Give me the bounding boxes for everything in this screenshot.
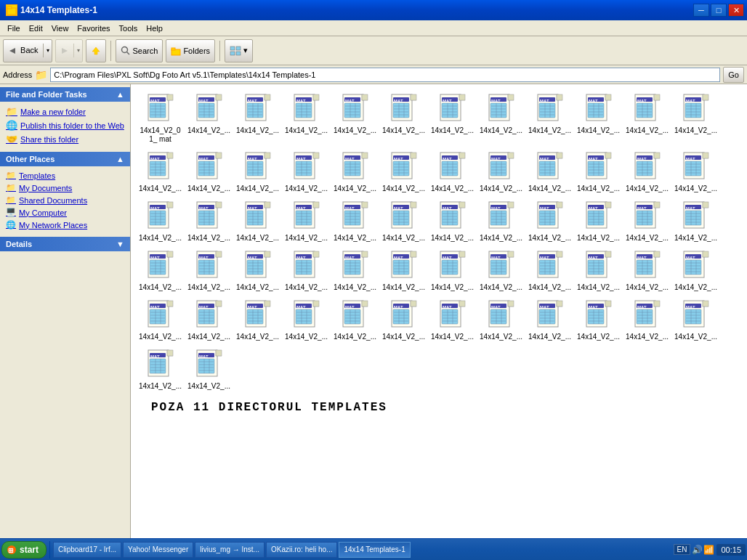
file-item[interactable]: MAT 14x14_V2_... bbox=[672, 247, 719, 295]
back-label[interactable]: Back bbox=[4, 44, 44, 57]
views-button[interactable]: ▾ bbox=[225, 39, 253, 62]
file-item[interactable]: MAT 14x14_V2_... bbox=[283, 247, 330, 295]
file-item[interactable]: MAT 14x14_V2_... bbox=[380, 198, 427, 245]
file-item[interactable]: MAT 14x14_V2_... bbox=[477, 247, 525, 295]
my-documents-link[interactable]: 📁 My Documents bbox=[6, 182, 124, 194]
file-item[interactable]: MAT 14x14_V2_... bbox=[137, 148, 184, 196]
file-item[interactable]: MAT 14x14_V2_... bbox=[672, 90, 719, 147]
publish-link[interactable]: 🌐 Publish this folder to the Web bbox=[6, 118, 124, 132]
file-item[interactable]: MAT 14x14_V2_... bbox=[623, 90, 671, 147]
file-item[interactable]: MAT 14x14_V2_... bbox=[623, 247, 671, 295]
search-button[interactable]: Search bbox=[116, 39, 163, 62]
menu-help[interactable]: Help bbox=[142, 23, 167, 34]
file-item[interactable]: MAT 14x14_V2_... bbox=[672, 148, 719, 196]
up-button[interactable] bbox=[86, 39, 106, 62]
file-item[interactable]: MAT 14x14_V2_... bbox=[526, 90, 573, 147]
other-places-header[interactable]: Other Places ▲ bbox=[0, 152, 130, 166]
file-item[interactable]: MAT 14x14_V2_... bbox=[137, 247, 184, 295]
file-item[interactable]: MAT 14x14_V2_... bbox=[185, 346, 233, 394]
file-item[interactable]: MAT 14x14_V2_... bbox=[477, 296, 525, 344]
file-item[interactable]: MAT 14x14_V2_... bbox=[137, 346, 184, 394]
menu-edit[interactable]: Edit bbox=[25, 23, 47, 34]
forward-label[interactable] bbox=[56, 44, 74, 57]
back-arrow[interactable]: ▾ bbox=[44, 45, 52, 56]
file-item[interactable]: MAT 14x14_V2_... bbox=[477, 148, 525, 196]
taskbar-btn-0[interactable]: Clipboard17 - Irf... bbox=[53, 542, 121, 558]
folders-button[interactable]: Folders bbox=[166, 39, 215, 62]
file-item[interactable]: MAT 14x14_V2_... bbox=[526, 148, 573, 196]
file-item[interactable]: MAT 14x14_V2_... bbox=[672, 198, 719, 245]
go-button[interactable]: Go bbox=[723, 67, 744, 83]
file-item[interactable]: MAT 14x14_V2_... bbox=[575, 90, 622, 147]
file-item[interactable]: MAT 14x14_V2_... bbox=[575, 296, 622, 344]
shared-documents-link[interactable]: 📁 Shared Documents bbox=[6, 194, 124, 206]
taskbar-btn-4[interactable]: 14x14 Templates-1 bbox=[339, 542, 410, 558]
file-item[interactable]: MAT 14x14_V2_... bbox=[623, 198, 671, 245]
start-button[interactable]: ⊞ start bbox=[1, 541, 47, 559]
file-item[interactable]: MAT 14x14_V2_... bbox=[429, 148, 476, 196]
file-item[interactable]: MAT 14x14_V2_... bbox=[234, 247, 281, 295]
file-item[interactable]: MAT 14x14_V2_... bbox=[526, 198, 573, 245]
menu-tools[interactable]: Tools bbox=[115, 23, 142, 34]
file-item[interactable]: MAT 14x14_V2_... bbox=[380, 247, 427, 295]
taskbar-btn-2[interactable]: livius_mg → Inst... bbox=[195, 542, 265, 558]
file-item[interactable]: MAT 14x14_V2_... bbox=[429, 90, 476, 147]
my-computer-link[interactable]: 🖥️ My Computer bbox=[6, 206, 124, 219]
details-header[interactable]: Details ▼ bbox=[0, 237, 130, 251]
file-item[interactable]: MAT 14x14_V2_... bbox=[526, 296, 573, 344]
close-button[interactable]: ✕ bbox=[728, 4, 744, 17]
file-item[interactable]: MAT 14x14_V2_... bbox=[575, 198, 622, 245]
file-item[interactable]: MAT 14x14_V2_... bbox=[380, 90, 427, 147]
file-item[interactable]: MAT 14x14_V2_... bbox=[477, 90, 525, 147]
file-item[interactable]: MAT 14x14_V2_... bbox=[234, 296, 281, 344]
minimize-button[interactable]: ─ bbox=[693, 4, 709, 17]
forward-arrow[interactable]: ▾ bbox=[75, 45, 82, 56]
file-item[interactable]: MAT 14x14_V2_... bbox=[234, 90, 281, 147]
file-item[interactable]: MAT 14x14_V2_01_ mat bbox=[137, 90, 184, 147]
file-item[interactable]: MAT 14x14_V2_... bbox=[331, 247, 379, 295]
file-item[interactable]: MAT 14x14_V2_... bbox=[185, 247, 233, 295]
file-item[interactable]: MAT 14x14_V2_... bbox=[185, 148, 233, 196]
file-item[interactable]: MAT 14x14_V2_... bbox=[137, 198, 184, 245]
file-item[interactable]: MAT 14x14_V2_... bbox=[234, 198, 281, 245]
taskbar-btn-1[interactable]: Yahoo! Messenger bbox=[123, 542, 193, 558]
file-item[interactable]: MAT 14x14_V2_... bbox=[429, 247, 476, 295]
file-item[interactable]: MAT 14x14_V2_... bbox=[283, 148, 330, 196]
file-item[interactable]: MAT 14x14_V2_... bbox=[283, 296, 330, 344]
file-item[interactable]: MAT 14x14_V2_... bbox=[526, 247, 573, 295]
file-item[interactable]: MAT 14x14_V2_... bbox=[575, 247, 622, 295]
address-input[interactable] bbox=[50, 68, 720, 82]
share-link[interactable]: 🤝 Share this folder bbox=[6, 132, 124, 146]
file-item[interactable]: MAT 14x14_V2_... bbox=[331, 296, 379, 344]
taskbar-btn-3[interactable]: OKazii.ro: heli ho... bbox=[266, 542, 337, 558]
file-item[interactable]: MAT 14x14_V2_... bbox=[331, 90, 379, 147]
file-item[interactable]: MAT 14x14_V2_... bbox=[283, 90, 330, 147]
file-item[interactable]: MAT 14x14_V2_... bbox=[429, 296, 476, 344]
file-item[interactable]: MAT 14x14_V2_... bbox=[623, 148, 671, 196]
file-item[interactable]: MAT 14x14_V2_... bbox=[185, 296, 233, 344]
templates-link[interactable]: 📁 Templates bbox=[6, 169, 124, 182]
forward-button[interactable]: ▾ bbox=[55, 39, 83, 62]
new-folder-link[interactable]: 📁 Make a new folder bbox=[6, 105, 124, 118]
file-item[interactable]: MAT 14x14_V2_... bbox=[575, 148, 622, 196]
menu-favorites[interactable]: Favorites bbox=[73, 23, 114, 34]
file-item[interactable]: MAT 14x14_V2_... bbox=[234, 148, 281, 196]
file-item[interactable]: MAT 14x14_V2_... bbox=[331, 148, 379, 196]
language-button[interactable]: EN bbox=[674, 544, 691, 555]
file-item[interactable]: MAT 14x14_V2_... bbox=[283, 198, 330, 245]
maximize-button[interactable]: □ bbox=[711, 4, 727, 17]
file-item[interactable]: MAT 14x14_V2_... bbox=[331, 198, 379, 245]
file-item[interactable]: MAT 14x14_V2_... bbox=[672, 296, 719, 344]
my-network-link[interactable]: 🌐 My Network Places bbox=[6, 219, 124, 231]
file-item[interactable]: MAT 14x14_V2_... bbox=[380, 296, 427, 344]
menu-file[interactable]: File bbox=[3, 23, 25, 34]
file-item[interactable]: MAT 14x14_V2_... bbox=[429, 198, 476, 245]
file-item[interactable]: MAT 14x14_V2_... bbox=[137, 296, 184, 344]
file-item[interactable]: MAT 14x14_V2_... bbox=[477, 198, 525, 245]
file-item[interactable]: MAT 14x14_V2_... bbox=[380, 148, 427, 196]
file-item[interactable]: MAT 14x14_V2_... bbox=[185, 198, 233, 245]
file-item[interactable]: MAT 14x14_V2_... bbox=[623, 296, 671, 344]
back-button[interactable]: Back ▾ bbox=[3, 39, 52, 62]
file-folder-tasks-header[interactable]: File and Folder Tasks ▲ bbox=[0, 87, 130, 102]
file-item[interactable]: MAT 14x14_V2_... bbox=[185, 90, 233, 147]
